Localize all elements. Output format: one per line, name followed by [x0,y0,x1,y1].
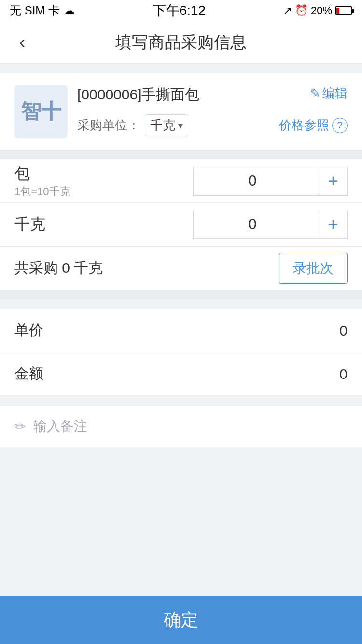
location-icon: ↗ [283,4,292,17]
bao-quantity-input[interactable] [193,167,319,196]
bao-label-sub: 1包=10千克 [14,184,72,199]
product-header: [0000006]手撕面包 ✎ 编辑 [77,85,348,105]
status-left: 无 SIM 卡 ☁ [10,3,75,18]
amount-row: 金额 0 [0,352,362,396]
edit-label: 编辑 [322,85,348,102]
status-bar: 无 SIM 卡 ☁ 下午6:12 ↗ ⏰ 20% [0,0,362,21]
section-divider-2 [0,290,362,299]
unit-price-row: 单价 0 [0,309,362,352]
unit-label: 采购单位： [77,117,140,134]
product-unit-row: 采购单位： 千克 ▾ 价格参照 ? [77,114,348,136]
alarm-icon: ⏰ [295,4,308,17]
pencil-icon: ✏ [14,419,26,434]
amount-label: 金额 [14,364,43,384]
product-image: 智十 [14,85,68,138]
bottom-spacer [0,447,362,608]
amount-value: 0 [339,366,348,382]
confirm-button[interactable]: 确定 [0,596,362,644]
nav-bar: ‹ 填写商品采购信息 [0,21,362,64]
status-time: 下午6:12 [153,1,206,20]
unit-value: 千克 [150,117,175,134]
price-section: 单价 0 金额 0 [0,309,362,396]
kg-quantity-input[interactable] [193,210,319,239]
help-icon: ? [332,118,348,133]
unit-selector[interactable]: 采购单位： 千克 ▾ [77,114,188,136]
back-button[interactable]: ‹ [14,28,30,57]
battery-percent: 20% [311,4,332,17]
bao-input-group: + [72,167,348,196]
bao-label-main: 包 [14,163,72,184]
unit-price-label: 单价 [14,321,43,340]
kg-plus-button[interactable]: + [319,210,348,239]
product-name: [0000006]手撕面包 [77,85,199,105]
unit-dropdown[interactable]: 千克 ▾ [145,114,188,136]
kg-label: 千克 [14,214,72,235]
edit-button[interactable]: ✎ 编辑 [310,85,348,102]
bao-row: 包 1包=10千克 + [0,159,362,203]
status-right: ↗ ⏰ 20% [283,4,352,17]
batch-button[interactable]: 录批次 [279,253,348,284]
kg-label-main: 千克 [14,214,72,235]
price-ref-button[interactable]: 价格参照 ? [279,117,348,134]
kg-row: 千克 + [0,203,362,246]
bao-plus-button[interactable]: + [319,167,348,196]
notes-placeholder: 输入备注 [33,417,87,435]
price-ref-label: 价格参照 [279,117,329,134]
edit-icon: ✎ [310,86,320,101]
input-section: 包 1包=10千克 + 千克 + [0,159,362,246]
product-card: 智十 [0000006]手撕面包 ✎ 编辑 采购单位： 千克 ▾ 价格参照 ? [0,73,362,150]
kg-input-group: + [72,210,348,239]
section-divider-1 [0,150,362,159]
battery-icon [335,6,352,15]
notes-section[interactable]: ✏ 输入备注 [0,406,362,447]
summary-row: 共采购 0 千克 录批次 [0,246,362,290]
sim-status: 无 SIM 卡 ☁ [10,3,75,18]
unit-price-value: 0 [339,322,348,339]
page-title: 填写商品采购信息 [115,31,247,54]
chevron-down-icon: ▾ [178,120,183,131]
summary-text: 共采购 0 千克 [14,258,103,278]
bao-label: 包 1包=10千克 [14,163,72,199]
product-info: [0000006]手撕面包 ✎ 编辑 采购单位： 千克 ▾ 价格参照 ? [77,85,348,136]
product-logo: 智十 [21,98,61,125]
